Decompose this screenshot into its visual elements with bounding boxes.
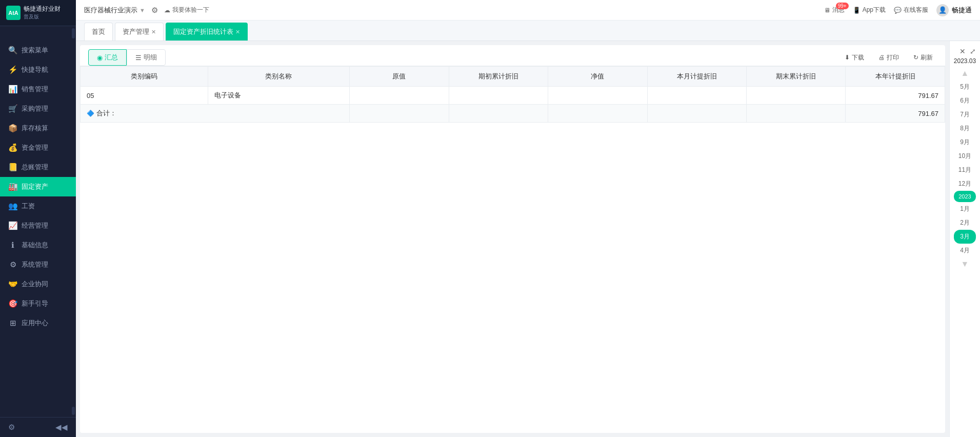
topbar-right: 🖥 消息 99+ 📱 App下载 💬 在线客服 👤 畅捷通	[824, 4, 972, 16]
depreciation-table: 类别编码 类别名称 原值 期初累计折旧 净值 本月计提折旧 期末累计折旧 本年计…	[80, 66, 945, 123]
sidebar-item-funds[interactable]: 💰 资金管理	[0, 138, 76, 157]
sidebar-item-operations[interactable]: 📈 经营管理	[0, 216, 76, 235]
sidebar-item-app-center[interactable]: ⊞ 应用中心	[0, 313, 76, 333]
month-nav-up[interactable]: ▲	[959, 67, 971, 80]
subtab-detail[interactable]: ☰ 明细	[127, 49, 166, 66]
subtab-summary[interactable]: ◉ 汇总	[88, 49, 127, 66]
avatar: 👤	[936, 4, 949, 16]
col-header-original: 原值	[350, 67, 449, 87]
tab-depreciation-report[interactable]: 固定资产折旧统计表 ✕	[166, 23, 248, 41]
settings-footer-icon[interactable]: ⚙	[8, 423, 15, 432]
month-5[interactable]: 5月	[950, 80, 980, 94]
month-7[interactable]: 7月	[950, 108, 980, 122]
cell-total-original	[350, 105, 449, 123]
sidebar-logo: AtA 畅捷通好业财 普及版	[0, 0, 76, 26]
cell-period-end	[747, 87, 846, 105]
experience-icon: ☁	[164, 7, 170, 14]
sidebar-item-fixed-assets[interactable]: 🏭 固定资产	[0, 177, 76, 196]
inventory-icon: 📦	[8, 124, 17, 133]
table-total-row: 🔷 合计： 791.67	[81, 105, 945, 123]
table-header-row: 类别编码 类别名称 原值 期初累计折旧 净值 本月计提折旧 期末累计折旧 本年计…	[81, 67, 945, 87]
month-8[interactable]: 8月	[950, 122, 980, 135]
col-header-annual: 本年计提折旧	[846, 67, 945, 87]
sidebar-item-guide[interactable]: 🎯 新手引导	[0, 294, 76, 313]
sidebar-item-basic-info[interactable]: ℹ 基础信息	[0, 235, 76, 255]
download-button[interactable]: 📱 App下载	[853, 6, 886, 14]
print-action-button[interactable]: 🖨 打印	[874, 51, 903, 64]
cell-period-begin	[449, 87, 548, 105]
cell-net-value	[548, 87, 647, 105]
sidebar-item-quick-nav[interactable]: ⚡ 快捷导航	[0, 60, 76, 80]
operations-icon: 📈	[8, 221, 17, 230]
cell-original	[350, 87, 449, 105]
panel-close-icon[interactable]: ✕	[959, 47, 966, 55]
sidebar-scrollbar-up[interactable]	[72, 28, 75, 38]
col-header-name: 类别名称	[208, 67, 349, 87]
subtabs: ◉ 汇总 ☰ 明细 ⬇ 下载 🖨 打印	[80, 45, 945, 66]
purchase-icon: 🛒	[8, 104, 17, 113]
service-button[interactable]: 💬 在线客服	[894, 6, 928, 14]
app-logo-icon: AtA	[6, 6, 21, 20]
month-4[interactable]: 4月	[950, 244, 980, 257]
cell-total-annual: 791.67	[846, 105, 945, 123]
panel-header: ✕ ⤢	[950, 45, 980, 57]
cell-total-net-value	[548, 105, 647, 123]
month-11[interactable]: 11月	[950, 163, 980, 177]
sidebar-item-system[interactable]: ⚙ 系统管理	[0, 255, 76, 274]
tab-close-asset-management[interactable]: ✕	[151, 29, 156, 35]
sidebar-item-search[interactable]: 🔍 搜索菜单	[0, 41, 76, 60]
sidebar-item-purchase[interactable]: 🛒 采购管理	[0, 99, 76, 118]
year-label: 2023.03	[954, 57, 976, 65]
company-selector[interactable]: 医疗器械行业演示 ▼	[84, 6, 145, 15]
app-logo-text: 畅捷通好业财 普及版	[24, 5, 61, 21]
service-icon: 💬	[894, 7, 902, 14]
page-content: ◉ 汇总 ☰ 明细 ⬇ 下载 🖨 打印	[76, 41, 980, 437]
month-1[interactable]: 1月	[950, 202, 980, 216]
cell-total-period-end	[747, 105, 846, 123]
panel-expand-icon[interactable]: ⤢	[970, 47, 976, 55]
refresh-action-button[interactable]: ↻ 刷新	[909, 51, 937, 64]
col-header-period-end: 期末累计折旧	[747, 67, 846, 87]
app-center-icon: ⊞	[8, 319, 17, 328]
sidebar-item-inventory[interactable]: 📦 库存核算	[0, 118, 76, 138]
experience-button[interactable]: ☁ 我要体验一下	[164, 6, 209, 14]
tab-close-depreciation-report[interactable]: ✕	[235, 29, 240, 35]
cell-total-monthly	[647, 105, 746, 123]
sidebar-item-cooperation[interactable]: 🤝 企业协同	[0, 274, 76, 294]
cell-total-label: 🔷 合计：	[81, 105, 350, 123]
settings-icon[interactable]: ⚙	[149, 4, 160, 17]
table-row: 05 电子设备 791.67	[81, 87, 945, 105]
sidebar-item-sales[interactable]: 📊 销售管理	[0, 80, 76, 99]
tab-asset-management[interactable]: 资产管理 ✕	[115, 23, 164, 41]
month-12[interactable]: 12月	[950, 177, 980, 191]
month-10[interactable]: 10月	[950, 149, 980, 163]
month-9[interactable]: 9月	[950, 135, 980, 149]
col-header-code: 类别编码	[81, 67, 208, 87]
notifications-button[interactable]: 🖥 消息 99+	[824, 6, 845, 14]
sidebar-scrollbar-down[interactable]	[72, 407, 75, 415]
cell-name: 电子设备	[208, 87, 349, 105]
tab-home[interactable]: 首页	[84, 23, 113, 41]
month-2[interactable]: 2月	[950, 216, 980, 230]
col-header-monthly: 本月计提折旧	[647, 67, 746, 87]
month-6[interactable]: 6月	[950, 94, 980, 108]
download-action-icon: ⬇	[845, 54, 850, 61]
user-info[interactable]: 👤 畅捷通	[936, 4, 972, 16]
col-header-net-value: 净值	[548, 67, 647, 87]
subtabs-left: ◉ 汇总 ☰ 明细	[88, 49, 166, 66]
month-3-current[interactable]: 3月	[954, 230, 976, 244]
sidebar-item-ledger[interactable]: 📒 总账管理	[0, 157, 76, 177]
company-dropdown-arrow: ▼	[139, 7, 145, 13]
cell-monthly	[647, 87, 746, 105]
notification-icon: 🖥	[824, 7, 830, 14]
cooperation-icon: 🤝	[8, 280, 17, 289]
download-action-button[interactable]: ⬇ 下载	[841, 51, 868, 64]
month-nav-down[interactable]: ▼	[959, 257, 971, 271]
download-icon: 📱	[853, 7, 861, 14]
collapse-icon[interactable]: ◀◀	[55, 423, 68, 432]
col-header-period-begin: 期初累计折旧	[449, 67, 548, 87]
sidebar-item-payroll[interactable]: 👥 工资	[0, 196, 76, 216]
right-panel: ✕ ⤢ 2023.03 ▲ 5月 6月 7月 8月 9月 10月 11月 12月…	[949, 41, 980, 437]
ledger-icon: 📒	[8, 163, 17, 172]
table-container: 类别编码 类别名称 原值 期初累计折旧 净值 本月计提折旧 期末累计折旧 本年计…	[80, 66, 945, 433]
